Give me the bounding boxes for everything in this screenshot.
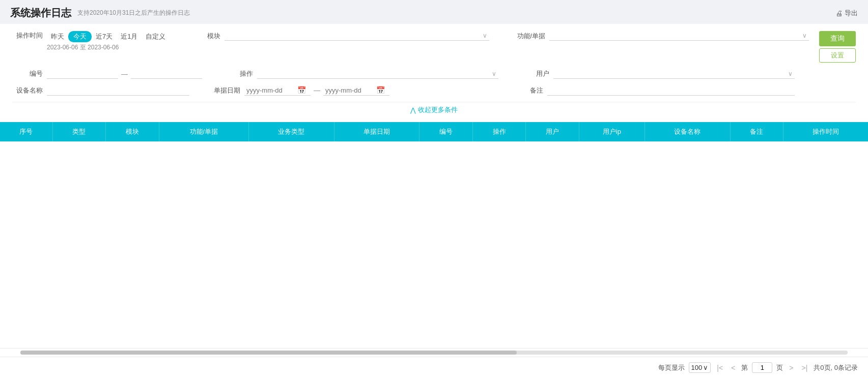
function-select[interactable]: ∨ (549, 31, 809, 41)
query-button[interactable]: 查询 (819, 31, 856, 46)
number-from-input[interactable] (47, 69, 118, 79)
per-page-label: 每页显示 (658, 363, 685, 372)
export-icon: 🖨 (835, 9, 843, 17)
col-business-type: 业务类型 (249, 122, 334, 141)
page-unit: 页 (776, 363, 783, 372)
time-label: 操作时间 (12, 31, 43, 40)
device-input[interactable] (47, 85, 189, 96)
date-from-input[interactable] (246, 86, 297, 94)
module-label: 模块 (190, 32, 220, 41)
col-remark: 备注 (730, 122, 783, 141)
number-to-input[interactable] (131, 69, 202, 79)
remark-label: 备注 (513, 86, 543, 95)
export-label: 导出 (845, 9, 858, 18)
col-user: 用户 (526, 122, 579, 141)
last-page-button[interactable]: >| (800, 363, 810, 373)
date-to-input[interactable] (325, 86, 376, 94)
empty-area (0, 141, 868, 304)
time-range-display: 2023-06-06 至 2023-06-06 (47, 43, 170, 52)
col-function: 功能/单据 (159, 122, 248, 141)
col-date: 单据日期 (334, 122, 419, 141)
col-module: 模块 (106, 122, 159, 141)
per-page-select[interactable]: 100 ∨ (689, 362, 711, 373)
calendar-from-icon[interactable]: 📅 (297, 86, 306, 94)
col-number: 编号 (419, 122, 472, 141)
collapse-label: 收起更多条件 (418, 105, 458, 114)
collapse-row: ⋀ 收起更多条件 (12, 102, 856, 117)
time-custom[interactable]: 自定义 (142, 31, 170, 42)
pagination-bar: 每页显示 100 ∨ |< < 第 页 > >| 共0页, 0条记录 (0, 357, 868, 378)
page-subtitle: 支持2020年10月31日之后产生的操作日志 (77, 9, 190, 17)
date-from-wrapper: 📅 (244, 85, 311, 96)
number-label: 编号 (12, 69, 43, 78)
action-buttons: 查询 设置 (819, 31, 856, 63)
function-chevron-icon: ∨ (802, 32, 807, 39)
settings-button[interactable]: 设置 (819, 48, 856, 63)
time-7days[interactable]: 近7天 (92, 31, 117, 42)
col-operation: 操作 (472, 122, 525, 141)
user-label: 用户 (519, 69, 549, 78)
date-dash: — (314, 86, 320, 94)
remark-input[interactable] (547, 85, 795, 96)
number-dash: — (121, 70, 128, 78)
horizontal-scrollbar[interactable] (20, 351, 848, 355)
col-op-time: 操作时间 (783, 122, 868, 141)
time-today[interactable]: 今天 (68, 31, 92, 42)
scrollbar-thumb[interactable] (20, 351, 517, 355)
device-label: 设备名称 (12, 86, 43, 95)
user-chevron-icon: ∨ (788, 70, 793, 77)
per-page-value: 100 (691, 364, 703, 371)
col-index: 序号 (0, 122, 52, 141)
total-info: 共0页, 0条记录 (814, 363, 858, 372)
date-label: 单据日期 (210, 86, 240, 95)
time-1month[interactable]: 近1月 (117, 31, 142, 42)
operation-label: 操作 (222, 69, 253, 78)
col-user-ip: 用户ip (579, 122, 645, 141)
prev-page-button[interactable]: < (729, 363, 737, 373)
date-to-wrapper: 📅 (323, 85, 389, 96)
module-chevron-icon: ∨ (483, 32, 487, 39)
collapse-button[interactable]: ⋀ 收起更多条件 (410, 105, 458, 114)
per-page-chevron-icon: ∨ (703, 364, 708, 371)
time-yesterday[interactable]: 昨天 (47, 31, 68, 42)
table-wrapper: 序号 类型 模块 功能/单据 业务类型 单据日期 编号 操作 用户 用户ip 设… (0, 122, 868, 348)
export-button[interactable]: 🖨 导出 (835, 9, 858, 18)
page-label: 第 (741, 363, 748, 372)
calendar-to-icon[interactable]: 📅 (376, 86, 385, 94)
page-title: 系统操作日志 (10, 6, 71, 20)
collapse-chevron-icon: ⋀ (410, 106, 416, 114)
operation-select[interactable]: ∨ (257, 69, 498, 79)
module-select[interactable]: ∨ (225, 31, 489, 41)
data-table: 序号 类型 模块 功能/单据 业务类型 单据日期 编号 操作 用户 用户ip 设… (0, 122, 868, 141)
next-page-button[interactable]: > (787, 363, 795, 373)
operation-chevron-icon: ∨ (492, 70, 496, 77)
scrollbar-row (0, 348, 868, 357)
col-type: 类型 (52, 122, 105, 141)
user-select[interactable]: ∨ (553, 69, 795, 79)
page-input[interactable] (752, 362, 772, 373)
first-page-button[interactable]: |< (715, 363, 725, 373)
filter-area: 操作时间 昨天 今天 近7天 近1月 自定义 2023-06-06 至 2023… (0, 24, 868, 122)
function-label: 功能/单据 (510, 32, 545, 41)
table-header-row: 序号 类型 模块 功能/单据 业务类型 单据日期 编号 操作 用户 用户ip 设… (0, 122, 868, 141)
col-device: 设备名称 (645, 122, 730, 141)
